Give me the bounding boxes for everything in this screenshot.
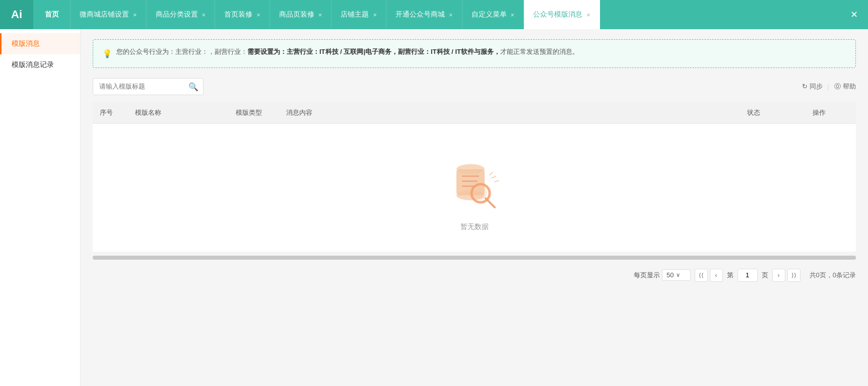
toolbar-right: ↻ 同步 | ⓪ 帮助 xyxy=(802,82,856,91)
page-size-select: 每页显示 50 ∨ xyxy=(634,269,690,281)
page-size-dropdown[interactable]: 50 ∨ xyxy=(662,269,690,281)
empty-text: 暂无数据 xyxy=(460,222,489,231)
content-area: 💡 您的公众号行业为：主营行业：，副营行业：需要设置为：主营行业：IT科技 / … xyxy=(81,29,868,386)
tab-close-5[interactable]: × xyxy=(373,11,377,19)
col-header-status: 状态 xyxy=(740,102,806,124)
svg-line-11 xyxy=(492,176,496,178)
nav-tab-6[interactable]: 开通公众号商城× xyxy=(386,0,462,29)
data-table: 序号 模版名称 模版类型 消息内容 状态 操作 xyxy=(93,102,856,252)
notice-text: 您的公众号行业为：主营行业：，副营行业：需要设置为：主营行业：IT科技 / 互联… xyxy=(116,47,579,57)
col-header-action: 操作 xyxy=(806,102,856,124)
nav-tab-1[interactable]: 微商城店铺设置× xyxy=(71,0,147,29)
search-input[interactable] xyxy=(93,78,204,95)
main-layout: 模版消息模版消息记录 💡 您的公众号行业为：主营行业：，副营行业：需要设置为：主… xyxy=(0,29,868,386)
page-total: 共0页，0条记录 xyxy=(810,271,856,280)
search-icon[interactable]: 🔍 xyxy=(188,82,198,91)
nav-tab-3[interactable]: 首页装修× xyxy=(215,0,270,29)
table-header: 序号 模版名称 模版类型 消息内容 状态 操作 xyxy=(93,102,856,124)
nav-tab-4[interactable]: 商品页装修× xyxy=(270,0,332,29)
empty-illustration xyxy=(444,154,505,214)
nav-tab-7[interactable]: 自定义菜单× xyxy=(462,0,524,29)
tab-close-7[interactable]: × xyxy=(511,11,515,19)
tab-close-3[interactable]: × xyxy=(256,11,260,19)
svg-line-9 xyxy=(490,172,493,175)
search-input-wrap: 🔍 xyxy=(93,78,204,95)
help-icon: ⓪ xyxy=(834,82,841,91)
col-header-type: 模版类型 xyxy=(229,102,279,124)
page-number-input[interactable] xyxy=(738,269,758,282)
page-label-pre: 第 xyxy=(727,271,733,280)
sidebar: 模版消息模版消息记录 xyxy=(0,29,81,386)
notice-box: 💡 您的公众号行业为：主营行业：，副营行业：需要设置为：主营行业：IT科技 / … xyxy=(93,39,856,68)
sync-icon: ↻ xyxy=(802,83,808,90)
next-page-button[interactable]: › xyxy=(772,269,785,282)
tab-close-2[interactable]: × xyxy=(202,11,206,19)
col-header-content: 消息内容 xyxy=(279,102,740,124)
sidebar-item-1[interactable]: 模版消息记录 xyxy=(0,54,80,75)
tab-close-4[interactable]: × xyxy=(318,11,322,19)
last-page-button[interactable]: ⟩⟩ xyxy=(787,269,800,282)
close-all-button[interactable]: ✕ xyxy=(840,9,868,20)
nav-tab-8[interactable]: 公众号模版消息× xyxy=(524,0,600,29)
table-body: 暂无数据 xyxy=(93,123,856,252)
page-nav: ⟨⟨ ‹ 第 页 › ⟩⟩ xyxy=(695,269,800,282)
bulb-icon: 💡 xyxy=(102,47,112,60)
app-logo: Ai xyxy=(0,0,34,29)
divider: | xyxy=(828,83,829,90)
table-scrollbar[interactable] xyxy=(93,256,856,260)
nav-tab-0[interactable]: 首页 xyxy=(34,0,71,29)
chevron-down-icon: ∨ xyxy=(676,272,680,278)
nav-tab-2[interactable]: 商品分类设置× xyxy=(147,0,216,29)
search-bar: 🔍 ↻ 同步 | ⓪ 帮助 xyxy=(93,78,856,95)
empty-state: 暂无数据 xyxy=(93,124,856,252)
prev-page-button[interactable]: ‹ xyxy=(710,269,723,282)
col-header-seq: 序号 xyxy=(93,102,128,124)
sidebar-item-0[interactable]: 模版消息 xyxy=(0,33,80,54)
first-page-button[interactable]: ⟨⟨ xyxy=(695,269,708,282)
page-label-post: 页 xyxy=(762,271,768,280)
svg-line-10 xyxy=(495,181,499,182)
tab-close-6[interactable]: × xyxy=(449,11,453,19)
page-size-label: 每页显示 xyxy=(634,271,660,280)
help-button[interactable]: ⓪ 帮助 xyxy=(834,82,856,91)
tab-close-1[interactable]: × xyxy=(133,11,137,19)
sync-button[interactable]: ↻ 同步 xyxy=(802,82,823,91)
scrollbar-thumb[interactable] xyxy=(93,256,856,260)
col-header-name: 模版名称 xyxy=(128,102,229,124)
top-navigation: Ai 首页微商城店铺设置×商品分类设置×首页装修×商品页装修×店铺主题×开通公众… xyxy=(0,0,868,29)
tab-close-8[interactable]: × xyxy=(586,11,590,19)
pagination: 每页显示 50 ∨ ⟨⟨ ‹ 第 页 › ⟩⟩ 共0页，0条记录 xyxy=(93,264,856,287)
svg-point-8 xyxy=(474,187,487,200)
nav-tab-5[interactable]: 店铺主题× xyxy=(331,0,386,29)
